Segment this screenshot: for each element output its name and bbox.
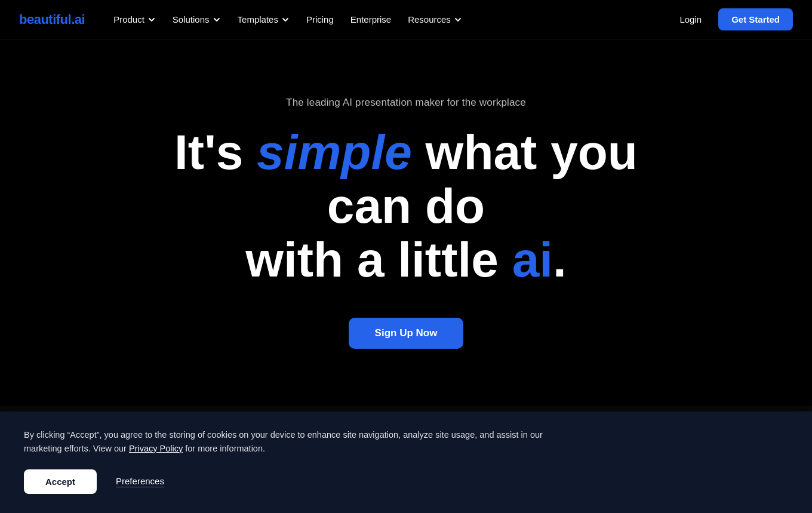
hero-title-part3: with a little <box>245 232 512 287</box>
nav-item-enterprise[interactable]: Enterprise <box>343 10 398 29</box>
hero-title-simple: simple <box>257 125 412 179</box>
privacy-policy-link[interactable]: Privacy Policy <box>129 444 183 453</box>
cookie-text-after: for more information. <box>183 444 265 453</box>
sign-up-button[interactable]: Sign Up Now <box>349 318 464 349</box>
preferences-link[interactable]: Preferences <box>116 476 164 487</box>
get-started-button[interactable]: Get Started <box>718 8 793 30</box>
hero-title-part1: It's <box>174 125 257 179</box>
chevron-down-icon <box>213 16 221 24</box>
hero-section: The leading AI presentation maker for th… <box>0 0 812 406</box>
nav-right: Login Get Started <box>672 8 793 30</box>
logo-text: beautiful.ai <box>19 12 85 27</box>
nav-enterprise-label: Enterprise <box>350 14 391 24</box>
hero-title-ai: ai <box>512 232 553 287</box>
nav-item-resources[interactable]: Resources <box>401 10 469 29</box>
nav-solutions-label: Solutions <box>173 14 210 24</box>
nav-product-label: Product <box>113 14 144 24</box>
chevron-down-icon <box>281 16 290 24</box>
cookie-banner: By clicking “Accept”, you agree to the s… <box>0 411 812 513</box>
accept-button[interactable]: Accept <box>24 469 97 494</box>
nav-item-solutions[interactable]: Solutions <box>165 10 228 29</box>
nav-templates-label: Templates <box>238 14 278 24</box>
nav-left: beautiful.ai Product Solutions <box>19 10 469 29</box>
navigation: beautiful.ai Product Solutions <box>0 0 812 39</box>
nav-item-templates[interactable]: Templates <box>230 10 297 29</box>
hero-title: It's simple what you can do with a littl… <box>137 125 675 287</box>
login-button[interactable]: Login <box>672 10 709 29</box>
hero-title-period: . <box>553 232 567 287</box>
cookie-text-before: By clicking “Accept”, you agree to the s… <box>24 430 543 453</box>
hero-subtitle: The leading AI presentation maker for th… <box>286 97 526 109</box>
nav-links: Product Solutions Templates <box>106 10 469 29</box>
logo-accent: ai <box>75 12 85 27</box>
nav-item-product[interactable]: Product <box>106 10 163 29</box>
nav-pricing-label: Pricing <box>306 14 334 24</box>
cookie-actions: Accept Preferences <box>24 469 788 494</box>
nav-item-pricing[interactable]: Pricing <box>299 10 341 29</box>
cookie-text: By clicking “Accept”, you agree to the s… <box>24 428 561 455</box>
chevron-down-icon <box>147 16 156 24</box>
nav-resources-label: Resources <box>408 14 451 24</box>
chevron-down-icon <box>454 16 462 24</box>
logo[interactable]: beautiful.ai <box>19 12 85 27</box>
